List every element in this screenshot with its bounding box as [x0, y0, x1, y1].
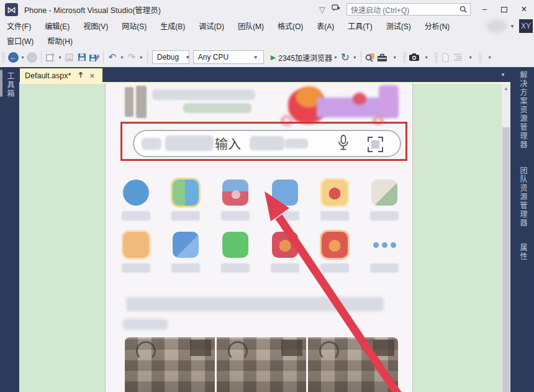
- menu-item-4[interactable]: 生成(B): [153, 20, 192, 34]
- back-dropdown-icon[interactable]: ▼: [19, 55, 26, 60]
- undo-button[interactable]: ↶: [106, 50, 119, 64]
- search-blur-4: [284, 139, 308, 148]
- header-blur-bar-2: [136, 86, 147, 118]
- tab-default-aspx[interactable]: Default.aspx* ×: [20, 68, 102, 83]
- menu-item-1[interactable]: 编辑(E): [38, 20, 76, 34]
- menu-item-8[interactable]: 表(A): [310, 20, 341, 34]
- caption-blur-line: [126, 297, 384, 311]
- menu-item-10[interactable]: 测试(S): [379, 20, 418, 34]
- menu-item-0[interactable]: 文件(F): [0, 20, 38, 34]
- left-dock-strip: 工具箱: [0, 67, 19, 392]
- menu-item-6[interactable]: 团队(M): [231, 20, 271, 34]
- send-feedback-icon[interactable]: [329, 4, 343, 14]
- add-item-button[interactable]: [63, 50, 76, 64]
- toolbar-overflow-1[interactable]: ▼: [389, 50, 401, 64]
- app-icon-blue-round-app: [123, 180, 149, 206]
- toolbox-button[interactable]: [376, 50, 389, 64]
- menu-item-row2-0[interactable]: 窗口(W): [0, 35, 40, 48]
- quick-launch-box[interactable]: 快速启动 (Ctrl+Q): [346, 3, 471, 16]
- scrollbar-thumb[interactable]: [502, 127, 510, 392]
- menu-item-2[interactable]: 视图(V): [76, 20, 115, 34]
- toolbar-overflow-2[interactable]: ▼: [420, 50, 433, 64]
- new-file-dropdown-icon[interactable]: ▼: [57, 55, 63, 60]
- phone-design-surface: 输入: [105, 84, 413, 392]
- search-blur-1: [142, 138, 161, 150]
- search-placeholder-text: 输入: [215, 134, 241, 152]
- editor-vertical-scrollbar[interactable]: ▲: [502, 84, 510, 392]
- app-label-blur: [122, 263, 150, 273]
- sidebar-item-properties[interactable]: 属性: [518, 244, 528, 261]
- designer-canvas[interactable]: 输入: [19, 84, 502, 392]
- screenshot-camera-button[interactable]: [408, 50, 420, 64]
- photo-thumbnail-1: [125, 337, 215, 392]
- window-title: Phone - Microsoft Visual Studio(管理员): [24, 4, 161, 16]
- solution-configuration-dropdown[interactable]: Debug▼: [152, 50, 189, 64]
- app-icon-green-app: [222, 232, 248, 258]
- search-icon[interactable]: [459, 5, 468, 14]
- user-initials-badge[interactable]: XY: [519, 19, 533, 33]
- scroll-up-icon[interactable]: ▲: [504, 86, 509, 91]
- toolbar-grip[interactable]: [2, 52, 5, 63]
- menu-item-3[interactable]: 网站(S): [115, 20, 153, 34]
- redo-button[interactable]: ↷: [125, 50, 138, 64]
- app-icon-blue-red-app: [222, 180, 248, 206]
- close-tab-icon[interactable]: ×: [87, 71, 97, 81]
- minimize-button[interactable]: −: [474, 1, 494, 17]
- document-outline-button[interactable]: [440, 50, 452, 64]
- quick-launch-placeholder: 快速启动 (Ctrl+Q): [347, 4, 459, 15]
- right-dock-strip: 解决方案资源管理器 团队资源管理器 属性: [510, 67, 534, 392]
- pin-icon[interactable]: [76, 71, 87, 80]
- menu-bar-row2: 窗口(W)帮助(H): [0, 35, 534, 48]
- menu-item-5[interactable]: 调试(D): [192, 20, 231, 34]
- maximize-button[interactable]: [494, 1, 514, 17]
- header-blur-text-1: [152, 89, 255, 100]
- app-label-blur: [122, 211, 150, 221]
- navigate-forward-button[interactable]: →: [26, 50, 38, 64]
- app-icon-yellow-red-app: [322, 180, 348, 206]
- start-debug-button[interactable]: ▶ 2345加速浏览器: [266, 50, 332, 64]
- tab-list-chevron-down-icon[interactable]: ▼: [500, 72, 505, 78]
- toolbar-overflow-4[interactable]: ▼: [484, 50, 496, 64]
- close-button[interactable]: ×: [514, 1, 534, 17]
- app-icon-blue-app-2: [173, 232, 199, 258]
- caption-blur-pill: [123, 319, 168, 330]
- sidebar-item-toolbox[interactable]: 工具箱: [5, 72, 16, 98]
- header-mascot-art: [279, 84, 414, 126]
- account-chevron-down-icon[interactable]: ▼: [507, 24, 517, 29]
- menu-bar-row1: 文件(F)编辑(E)视图(V)网站(S)生成(B)调试(D)团队(M)格式(O)…: [0, 19, 534, 35]
- toolbar-overflow-3[interactable]: ▼: [464, 50, 477, 64]
- menu-item-9[interactable]: 工具(T): [341, 20, 379, 34]
- visual-studio-logo-icon: ⋈: [5, 3, 18, 16]
- search-blur-3: [250, 136, 284, 150]
- app-label-blur: [320, 263, 349, 273]
- undo-dropdown-icon[interactable]: ▼: [119, 55, 125, 60]
- app-icon-blue-app: [272, 180, 298, 206]
- refresh-button[interactable]: ↻: [339, 50, 351, 64]
- app-label-blur: [271, 211, 299, 221]
- menu-item-11[interactable]: 分析(N): [418, 20, 457, 34]
- feedback-funnel-icon[interactable]: ▽: [315, 5, 329, 14]
- sidebar-item-solution-explorer[interactable]: 解决方案资源管理器: [518, 71, 528, 149]
- menu-item-7[interactable]: 格式(O): [271, 20, 310, 34]
- new-file-button[interactable]: [44, 50, 57, 64]
- app-label-blur: [370, 263, 399, 273]
- vs-window-chrome: ⋈ Phone - Microsoft Visual Studio(管理员) ▽…: [0, 0, 534, 67]
- navigate-back-button[interactable]: ←: [7, 50, 19, 64]
- refresh-dropdown-icon[interactable]: ▼: [351, 55, 358, 60]
- browser-dropdown-icon[interactable]: ▼: [332, 55, 339, 60]
- toolbox-tab-indicator: [0, 70, 2, 97]
- find-in-files-button[interactable]: [364, 50, 376, 64]
- app-label-blur: [271, 263, 299, 273]
- format-indent-button[interactable]: [452, 50, 464, 64]
- menu-item-row2-1[interactable]: 帮助(H): [40, 35, 79, 48]
- app-icon-orange-app: [123, 232, 149, 258]
- sidebar-item-team-explorer[interactable]: 团队资源管理器: [518, 166, 528, 227]
- standard-toolbar: ← ▼ → ▼ ↶ ▼ ↷ ▼ Debug▼ Any CPU▼ ▶ 2345加速: [0, 48, 534, 66]
- app-label-blur: [370, 211, 399, 221]
- avatar[interactable]: [486, 19, 507, 33]
- save-button[interactable]: [76, 50, 88, 64]
- solution-platform-dropdown[interactable]: Any CPU▼: [193, 50, 264, 64]
- redo-dropdown-icon[interactable]: ▼: [138, 55, 145, 60]
- app-icon-green-blue-app: [173, 180, 199, 206]
- save-all-button[interactable]: [88, 50, 101, 64]
